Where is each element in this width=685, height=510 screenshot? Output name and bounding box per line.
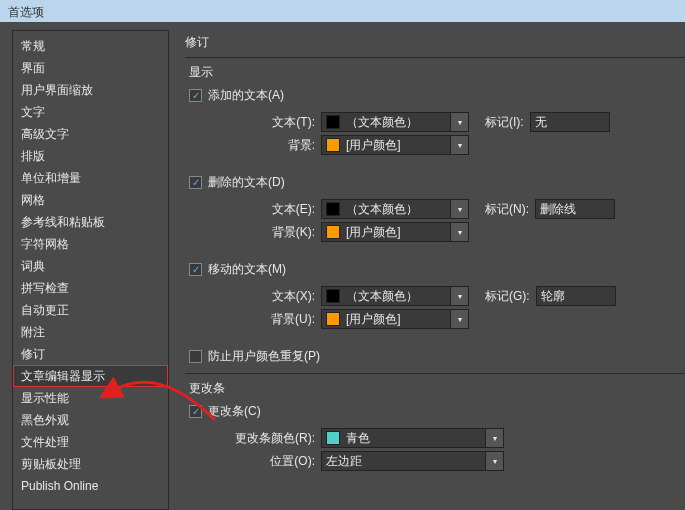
sidebar-item[interactable]: 拼写检查 bbox=[13, 277, 168, 299]
dropdown-value: 轮廓 bbox=[541, 288, 565, 305]
sidebar-item[interactable]: 词典 bbox=[13, 255, 168, 277]
dropdown-value: 青色 bbox=[346, 430, 370, 447]
sidebar-item[interactable]: 参考线和粘贴板 bbox=[13, 211, 168, 233]
changebar-section-title: 更改条 bbox=[189, 380, 685, 397]
sidebar-item[interactable]: 高级文字 bbox=[13, 123, 168, 145]
checkbox-icon[interactable] bbox=[189, 89, 202, 102]
checkbox-icon[interactable] bbox=[189, 176, 202, 189]
chevron-down-icon[interactable]: ▾ bbox=[451, 309, 469, 329]
preferences-sidebar: 常规界面用户界面缩放文字高级文字排版单位和增量网格参考线和粘贴板字符网格词典拼写… bbox=[12, 30, 169, 510]
dropdown-value: 左边距 bbox=[326, 453, 362, 470]
changebar-pos-label: 位置(O): bbox=[185, 453, 315, 470]
checkbox-icon[interactable] bbox=[189, 350, 202, 363]
added-bg-label: 背景: bbox=[185, 137, 315, 154]
moved-mark-dropdown[interactable]: 轮廓 bbox=[536, 286, 616, 306]
swatch-icon bbox=[326, 138, 340, 152]
deleted-mark-label: 标记(N): bbox=[485, 201, 529, 218]
sidebar-item[interactable]: Publish Online bbox=[13, 475, 168, 497]
added-bg-dropdown[interactable]: [用户颜色] bbox=[321, 135, 451, 155]
moved-text-checkbox-row[interactable]: 移动的文本(M) bbox=[189, 261, 685, 278]
changebar-checkbox-label: 更改条(C) bbox=[208, 403, 261, 420]
prevent-checkbox-row[interactable]: 防止用户颜色重复(P) bbox=[189, 348, 685, 365]
deleted-mark-dropdown[interactable]: 删除线 bbox=[535, 199, 615, 219]
dropdown-value: [用户颜色] bbox=[346, 311, 401, 328]
deleted-text-checkbox-row[interactable]: 删除的文本(D) bbox=[189, 174, 685, 191]
prevent-checkbox-label: 防止用户颜色重复(P) bbox=[208, 348, 320, 365]
dropdown-value: 无 bbox=[535, 114, 547, 131]
chevron-down-icon[interactable]: ▾ bbox=[451, 112, 469, 132]
dropdown-value: （文本颜色） bbox=[346, 201, 418, 218]
added-text-checkbox-row[interactable]: 添加的文本(A) bbox=[189, 87, 685, 104]
window-title: 首选项 bbox=[8, 5, 44, 19]
sidebar-item[interactable]: 排版 bbox=[13, 145, 168, 167]
moved-text-color-dropdown[interactable]: （文本颜色） bbox=[321, 286, 451, 306]
added-text-checkbox-label: 添加的文本(A) bbox=[208, 87, 284, 104]
sidebar-item[interactable]: 文件处理 bbox=[13, 431, 168, 453]
swatch-icon bbox=[326, 312, 340, 326]
added-mark-label: 标记(I): bbox=[485, 114, 524, 131]
dropdown-value: [用户颜色] bbox=[346, 224, 401, 241]
content-panel: 修订 显示 添加的文本(A) 文本(T): （文本颜色） ▾ 标记(I): 无 bbox=[169, 22, 685, 510]
checkbox-icon[interactable] bbox=[189, 263, 202, 276]
added-text-color-dropdown[interactable]: （文本颜色） bbox=[321, 112, 451, 132]
titlebar: 首选项 bbox=[0, 0, 685, 22]
swatch-icon bbox=[326, 289, 340, 303]
changebar-color-dropdown[interactable]: 青色 bbox=[321, 428, 486, 448]
sidebar-item[interactable]: 常规 bbox=[13, 35, 168, 57]
sidebar-item[interactable]: 显示性能 bbox=[13, 387, 168, 409]
chevron-down-icon[interactable]: ▾ bbox=[451, 199, 469, 219]
moved-bg-label: 背景(U): bbox=[185, 311, 315, 328]
display-section-title: 显示 bbox=[189, 64, 685, 81]
dropdown-value: 删除线 bbox=[540, 201, 576, 218]
dropdown-value: （文本颜色） bbox=[346, 288, 418, 305]
sidebar-item[interactable]: 字符网格 bbox=[13, 233, 168, 255]
moved-bg-dropdown[interactable]: [用户颜色] bbox=[321, 309, 451, 329]
sidebar-item[interactable]: 文字 bbox=[13, 101, 168, 123]
chevron-down-icon[interactable]: ▾ bbox=[451, 286, 469, 306]
display-section: 显示 添加的文本(A) 文本(T): （文本颜色） ▾ 标记(I): 无 背景: bbox=[185, 57, 685, 365]
moved-text-label: 文本(X): bbox=[185, 288, 315, 305]
swatch-icon bbox=[326, 225, 340, 239]
deleted-text-checkbox-label: 删除的文本(D) bbox=[208, 174, 285, 191]
sidebar-item[interactable]: 附注 bbox=[13, 321, 168, 343]
moved-mark-label: 标记(G): bbox=[485, 288, 530, 305]
sidebar-item[interactable]: 黑色外观 bbox=[13, 409, 168, 431]
deleted-text-color-dropdown[interactable]: （文本颜色） bbox=[321, 199, 451, 219]
sidebar-item[interactable]: 文章编辑器显示 bbox=[13, 365, 168, 387]
main-area: 常规界面用户界面缩放文字高级文字排版单位和增量网格参考线和粘贴板字符网格词典拼写… bbox=[0, 22, 685, 510]
page-title: 修订 bbox=[185, 34, 685, 51]
checkbox-icon[interactable] bbox=[189, 405, 202, 418]
chevron-down-icon[interactable]: ▾ bbox=[486, 451, 504, 471]
chevron-down-icon[interactable]: ▾ bbox=[451, 135, 469, 155]
added-mark-dropdown[interactable]: 无 bbox=[530, 112, 610, 132]
swatch-icon bbox=[326, 431, 340, 445]
sidebar-item[interactable]: 用户界面缩放 bbox=[13, 79, 168, 101]
changebar-checkbox-row[interactable]: 更改条(C) bbox=[189, 403, 685, 420]
sidebar-item[interactable]: 网格 bbox=[13, 189, 168, 211]
deleted-text-label: 文本(E): bbox=[185, 201, 315, 218]
sidebar-item[interactable]: 修订 bbox=[13, 343, 168, 365]
chevron-down-icon[interactable]: ▾ bbox=[486, 428, 504, 448]
sidebar-item[interactable]: 自动更正 bbox=[13, 299, 168, 321]
swatch-icon bbox=[326, 202, 340, 216]
changebar-section: 更改条 更改条(C) 更改条颜色(R): 青色 ▾ 位置(O): 左边距 ▾ bbox=[185, 373, 685, 471]
deleted-bg-label: 背景(K): bbox=[185, 224, 315, 241]
dropdown-value: [用户颜色] bbox=[346, 137, 401, 154]
sidebar-item[interactable]: 界面 bbox=[13, 57, 168, 79]
moved-text-checkbox-label: 移动的文本(M) bbox=[208, 261, 286, 278]
added-text-label: 文本(T): bbox=[185, 114, 315, 131]
changebar-color-label: 更改条颜色(R): bbox=[185, 430, 315, 447]
sidebar-item[interactable]: 剪贴板处理 bbox=[13, 453, 168, 475]
sidebar-item[interactable]: 单位和增量 bbox=[13, 167, 168, 189]
dropdown-value: （文本颜色） bbox=[346, 114, 418, 131]
deleted-bg-dropdown[interactable]: [用户颜色] bbox=[321, 222, 451, 242]
swatch-icon bbox=[326, 115, 340, 129]
chevron-down-icon[interactable]: ▾ bbox=[451, 222, 469, 242]
changebar-pos-dropdown[interactable]: 左边距 bbox=[321, 451, 486, 471]
